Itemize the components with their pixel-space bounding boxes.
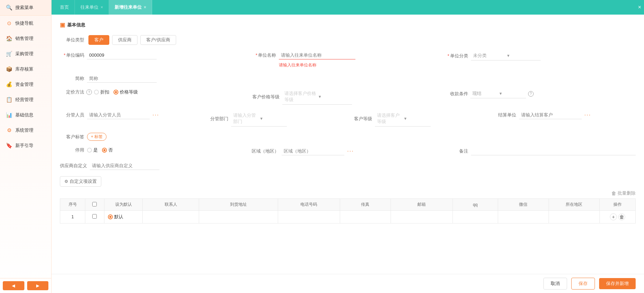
- row-phone-input[interactable]: [293, 214, 324, 220]
- sidebar-bottom: ◀ ▶: [0, 278, 51, 293]
- row-fax-input[interactable]: [353, 214, 377, 220]
- discount-radio[interactable]: 折扣: [94, 89, 109, 95]
- region-input[interactable]: [282, 147, 344, 155]
- customer-level-chevron: ▼: [403, 116, 429, 121]
- row-area-input[interactable]: [562, 214, 586, 220]
- inventory-icon: 📦: [6, 66, 13, 73]
- contact-table: 序号 设为默认 联系人 到货地址 电话号码 传真 邮箱 qq 微信 所在地区 操…: [60, 198, 636, 223]
- row-address-cell: [199, 211, 278, 223]
- row-email-input[interactable]: [406, 214, 437, 220]
- col-contact: 联系人: [143, 199, 199, 211]
- sidebar-item-search[interactable]: 🔍 搜索菜单: [0, 0, 51, 16]
- sidebar-search-label: 搜索菜单: [15, 5, 33, 11]
- settlement-label: 结算单位: [492, 112, 516, 118]
- section-title-text: 基本信息: [67, 22, 85, 28]
- guide-icon: 🔖: [6, 142, 13, 149]
- unit-code-group: *单位编码: [60, 51, 252, 59]
- col-address: 到货地址: [199, 199, 278, 211]
- row-qq-input[interactable]: [465, 214, 486, 220]
- unit-type-both-btn[interactable]: 客户/供应商: [140, 35, 176, 45]
- unit-name-error: 请输入往来单位名称: [279, 62, 316, 68]
- custom-settings-btn[interactable]: ⚙ 自定义项设置: [60, 176, 101, 187]
- tab-new-partner-close[interactable]: ×: [144, 5, 146, 10]
- disabled-yes-radio[interactable]: 是: [87, 147, 98, 153]
- add-tag-btn[interactable]: + 标签: [87, 133, 107, 141]
- del-row-btn[interactable]: 🗑: [618, 213, 625, 220]
- row-phone-cell: [278, 211, 340, 223]
- row-contact-input[interactable]: [157, 214, 185, 220]
- row-fax-cell: [340, 211, 391, 223]
- unit-category-select[interactable]: 未分类 ▼: [471, 51, 541, 60]
- tab-home-label: 首页: [60, 4, 69, 10]
- supplier-custom-row: 供应商自定义: [60, 162, 636, 170]
- custom-settings-label: 自定义项设置: [70, 178, 97, 185]
- sidebar-item-guide[interactable]: 🔖 新手引导: [0, 138, 51, 153]
- select-all-checkbox[interactable]: [92, 202, 97, 206]
- unit-name-required: *: [256, 52, 257, 58]
- col-area: 所在地区: [549, 199, 599, 211]
- unit-type-label: 单位类型: [60, 37, 84, 43]
- save-button[interactable]: 保存: [571, 278, 595, 290]
- manager-more-btn[interactable]: ···: [152, 112, 159, 118]
- row-default-radio[interactable]: 默认: [108, 214, 139, 220]
- save-new-button[interactable]: 保存并新增: [599, 278, 636, 289]
- region-more-btn[interactable]: ···: [347, 148, 354, 154]
- manager-group: 分管人员 ···: [60, 111, 204, 119]
- tab-partner[interactable]: 往来单位 ×: [75, 0, 109, 15]
- row-email-cell: [391, 211, 453, 223]
- price-level-radio[interactable]: 价格等级: [113, 89, 138, 95]
- supplier-custom-input[interactable]: [90, 162, 159, 170]
- settlement-more-btn[interactable]: ···: [584, 112, 591, 118]
- row-wechat-input[interactable]: [511, 214, 535, 220]
- unit-name-group: *单位名称 请输入往来单位名称: [252, 51, 443, 68]
- payment-terms-select[interactable]: 现结 ▼: [470, 89, 526, 98]
- sidebar-item-system[interactable]: ⚙ 系统管理: [0, 123, 51, 138]
- sidebar-collapse-btn[interactable]: ◀: [3, 281, 24, 290]
- sidebar-item-finance[interactable]: 💰 资金管理: [0, 77, 51, 92]
- payment-help-icon[interactable]: ?: [528, 91, 534, 97]
- tab-home[interactable]: 首页: [54, 0, 75, 15]
- manager-input[interactable]: [87, 111, 150, 119]
- sidebar-operations-label: 经营管理: [15, 97, 33, 103]
- add-row-btn[interactable]: +: [610, 213, 617, 220]
- unit-type-supplier-btn[interactable]: 供应商: [112, 35, 138, 45]
- col-action: 操作: [599, 199, 635, 211]
- sidebar-item-inventory[interactable]: 📦 库存核算: [0, 62, 51, 77]
- sidebar-item-operations[interactable]: 📋 经营管理: [0, 92, 51, 107]
- region-group: 区域（地区） ···: [252, 147, 443, 155]
- row-checkbox[interactable]: [92, 214, 97, 219]
- customer-level-select[interactable]: 请选择客户等级 ▼: [375, 111, 431, 127]
- tab-partner-close[interactable]: ×: [101, 5, 103, 10]
- sidebar-item-basic-info[interactable]: 📊 基础信息: [0, 107, 51, 123]
- batch-delete-btn[interactable]: 🗑 批量删除: [611, 190, 636, 196]
- tags-row: 客户标签 + 标签: [60, 133, 636, 141]
- customer-level-label: 客户等级: [348, 116, 372, 122]
- remark-input[interactable]: [471, 147, 636, 155]
- tabs-bar: 首页 往来单位 × 新增往来单位 × ×: [52, 0, 644, 15]
- disabled-no-circle: [102, 148, 107, 153]
- row-default-radio-circle: [108, 214, 113, 219]
- sidebar-item-sales[interactable]: 🏠 销售管理: [0, 31, 51, 46]
- col-wechat: 微信: [498, 199, 549, 211]
- sidebar-item-quick-nav[interactable]: ⊙ 快捷导航: [0, 16, 51, 31]
- customer-price-select[interactable]: 请选择客户价格等级 ▼: [282, 89, 352, 105]
- sidebar-expand-btn[interactable]: ▶: [27, 281, 49, 290]
- payment-terms-value: 现结: [472, 90, 497, 97]
- disabled-no-radio[interactable]: 否: [102, 147, 113, 153]
- sidebar-item-purchase[interactable]: 🛒 采购管理: [0, 46, 51, 62]
- settlement-input[interactable]: [519, 111, 582, 119]
- pricing-help-icon[interactable]: ?: [86, 89, 92, 95]
- short-name-input[interactable]: [87, 74, 157, 83]
- tab-new-partner[interactable]: 新增往来单位 ×: [109, 0, 152, 15]
- row-address-input[interactable]: [218, 214, 259, 220]
- unit-type-customer-btn[interactable]: 客户: [88, 35, 109, 45]
- row-wechat-cell: [498, 211, 549, 223]
- cancel-button[interactable]: 取消: [543, 278, 567, 290]
- tab-new-partner-label: 新增往来单位: [115, 4, 142, 10]
- customer-level-placeholder: 请选择客户等级: [377, 112, 402, 125]
- dept-select[interactable]: 请输入分管部门 ▼: [231, 111, 287, 127]
- tabs-close-all-btn[interactable]: ×: [638, 4, 641, 10]
- unit-code-input[interactable]: [87, 51, 157, 59]
- pricing-method-label: 定价方法: [60, 89, 84, 95]
- unit-name-input[interactable]: [279, 51, 355, 59]
